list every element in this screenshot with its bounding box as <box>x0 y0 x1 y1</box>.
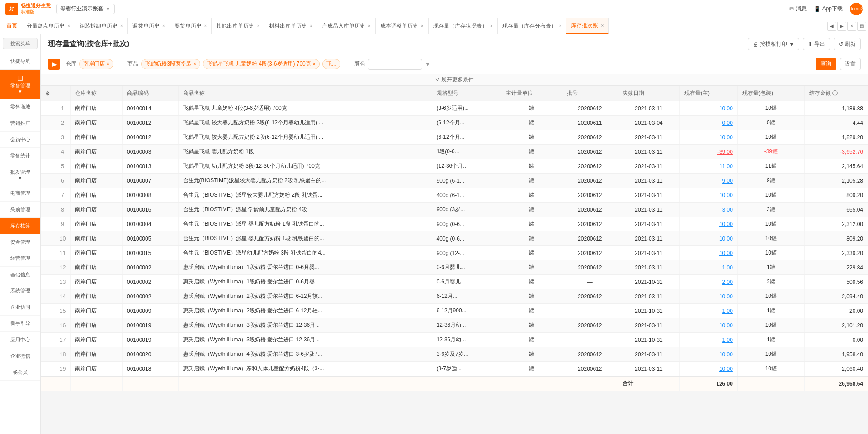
tab-fenliangpandian[interactable]: 分量盘点单历史 × <box>22 18 75 34</box>
settings-btn[interactable]: 设置 <box>840 58 861 70</box>
table-body: 1南岸门店00100014飞鹤星飞帆 儿童奶粉 4段(3-6岁适用) 700克(… <box>41 101 868 377</box>
tab-cailiao[interactable]: 材料出库单历史 × <box>264 18 317 34</box>
cell-stock-main[interactable]: 10.00 <box>680 289 738 304</box>
cell-balance: 1,829.20 <box>804 130 868 145</box>
cell-stock-main[interactable]: 10.00 <box>680 362 738 377</box>
cell-stock-main[interactable]: 10.00 <box>680 130 738 145</box>
print-btn[interactable]: 🖨 按模板打印 ▼ <box>748 38 799 50</box>
filter-remove-product2[interactable]: × <box>313 61 316 66</box>
tab-chengben[interactable]: 成本调整单历史 × <box>376 18 429 34</box>
tab-chengpin[interactable]: 产成品入库单历史 × <box>317 18 376 34</box>
color-input[interactable] <box>368 59 422 70</box>
filter-more-warehouse[interactable]: ... <box>116 60 122 68</box>
cell-stock-main[interactable]: 10.00 <box>680 231 738 246</box>
refresh-btn[interactable]: ↺ 刷新 <box>834 38 861 50</box>
sidebar-item-qiyeweixin[interactable]: 企业微信 <box>0 348 40 364</box>
sidebar-item-kucunhecha[interactable]: 库存核算 <box>0 218 40 234</box>
cell-stock-main[interactable]: 10.00 <box>680 246 738 260</box>
cell-expiry: 2021-03-11 <box>618 217 680 231</box>
close-icon[interactable]: × <box>67 24 70 28</box>
cell-checkbox <box>41 101 55 116</box>
close-icon[interactable]: × <box>368 24 371 28</box>
tab-xianzai1[interactable]: 现存量（库存状况表） × <box>429 18 498 34</box>
cell-stock-main[interactable]: 1.00 <box>680 304 738 318</box>
cell-rownum: 18 <box>55 347 71 362</box>
sidebar-item-lingshouchengpin[interactable]: 零售商城 <box>0 99 40 115</box>
filter-remove-product1[interactable]: × <box>193 61 196 66</box>
sidebar-icon-lingshoulguanli: ▤ <box>3 74 38 81</box>
query-actions: 查询 设置 <box>816 58 861 70</box>
cell-code: 00100013 <box>122 159 178 174</box>
close-icon[interactable]: × <box>162 24 165 28</box>
sidebar-item-yingyongzhongxin[interactable]: 应用中心 <box>0 332 40 348</box>
close-icon[interactable]: × <box>310 24 312 28</box>
sidebar-item-yingxiaotuguan[interactable]: 营销推广 <box>0 115 40 132</box>
cell-name: 惠氏启赋（Wyeth illuma）3段奶粉 爱尔兰进口 12-36月... <box>178 333 432 347</box>
cell-stock-main[interactable]: 2.00 <box>680 275 738 289</box>
close-icon[interactable]: × <box>257 24 259 28</box>
sidebar-item-xinyinyindao[interactable]: 新手引导 <box>0 316 40 332</box>
sidebar-item-caigouguan[interactable]: 采购管理 <box>0 202 40 218</box>
chevron-down-icon: ▼ <box>789 41 794 47</box>
cell-stock-main[interactable]: 10.00 <box>680 347 738 362</box>
close-icon[interactable]: × <box>120 24 123 28</box>
cell-stock-main[interactable]: 3.00 <box>680 203 738 217</box>
sidebar-item-lingshoulguanli[interactable]: ▤ 零售管理 ▼ <box>0 70 40 99</box>
tab-zuchaicha[interactable]: 组装拆卸单历史 × <box>75 18 128 34</box>
sidebar-item-xitongguanli[interactable]: 系统管理 <box>0 283 40 299</box>
sidebar-item-pifaguanli[interactable]: 批发管理 ▼ <box>0 164 40 185</box>
cell-stock-main[interactable]: 10.00 <box>680 318 738 333</box>
close-icon[interactable]: × <box>490 24 493 28</box>
sidebar-item-zijinguan[interactable]: 资金管理 <box>0 234 40 250</box>
table-container[interactable]: ⚙ 仓库名称 商品编码 商品名称 规格型号 主计量单位 批号 失效日期 现存量(… <box>41 86 868 434</box>
tab-xianzai2[interactable]: 现存量（库存分布表） × <box>498 18 567 34</box>
close-icon[interactable]: × <box>204 24 207 28</box>
filter-expand-btn[interactable]: ▶ <box>48 59 60 70</box>
cell-expiry: 2021-10-31 <box>618 333 680 347</box>
sidebar-item-lingshoutongji[interactable]: 零售统计 <box>0 148 40 164</box>
cell-stock-main[interactable]: 10.00 <box>680 188 738 203</box>
cell-stock-main[interactable]: -39.00 <box>680 145 738 159</box>
query-btn[interactable]: 查询 <box>816 58 836 70</box>
nav-close-btn[interactable]: × <box>847 22 856 31</box>
nav-more-btn[interactable]: ▤ <box>857 22 866 31</box>
tab-home[interactable]: 首页 <box>2 18 22 34</box>
message-btn[interactable]: ✉ 消息 <box>789 5 807 13</box>
cell-unit: 罐 <box>501 203 562 217</box>
tab-tiaopi[interactable]: 调拨单历史 × <box>128 18 170 34</box>
sidebar-item-changhui[interactable]: 畅会员 <box>0 364 40 381</box>
workspace-selector[interactable]: 母婴行业演示账套 ▼ <box>56 4 115 14</box>
cell-checkbox <box>41 188 55 203</box>
sidebar-item-qiyexietong[interactable]: 企业协同 <box>0 299 40 316</box>
cell-stock-main[interactable]: 10.00 <box>680 217 738 231</box>
filter-remove-warehouse[interactable]: × <box>107 61 109 66</box>
app-download-btn[interactable]: 📱 App下载 <box>814 5 843 13</box>
nav-next-btn[interactable]: ▶ <box>837 22 846 31</box>
nav-prev-btn[interactable]: ◀ <box>827 22 836 31</box>
quick-nav-button[interactable]: 快捷导航 <box>3 56 38 66</box>
user-area[interactable]: demo2 <box>850 3 863 15</box>
search-button[interactable]: 搜索英单 <box>3 38 38 49</box>
cell-stock-main[interactable]: 1.00 <box>680 260 738 275</box>
close-icon[interactable]: × <box>601 23 604 28</box>
sidebar-item-dianshangguan[interactable]: 电商管理 <box>0 185 40 202</box>
sidebar-item-jichuxinxi[interactable]: 基础信息 <box>0 267 40 283</box>
sidebar-item-jingyinguan[interactable]: 经营管理 <box>0 250 40 267</box>
expand-more-btn[interactable]: ∨ 展开更多条件 <box>435 76 473 84</box>
col-settings[interactable]: ⚙ <box>41 86 55 101</box>
filter-more-product[interactable]: ... <box>343 60 349 68</box>
cell-warehouse: 南岸门店 <box>71 231 123 246</box>
close-icon[interactable]: × <box>559 24 562 28</box>
tab-kupicici[interactable]: 库存批次账 × <box>566 18 609 34</box>
cell-stock-main[interactable]: 10.00 <box>680 101 738 116</box>
tab-qita[interactable]: 其他出库单历史 × <box>212 18 264 34</box>
cell-stock-main[interactable]: 11.00 <box>680 159 738 174</box>
cell-stock-main[interactable]: 0.00 <box>680 116 738 130</box>
close-icon[interactable]: × <box>421 24 424 28</box>
cell-stock-main[interactable]: 1.00 <box>680 333 738 347</box>
cell-stock-main[interactable]: 9.00 <box>680 174 738 188</box>
sidebar-item-huiyuanzhongxin[interactable]: 会员中心 <box>0 132 40 148</box>
tab-yaohuo[interactable]: 要货单历史 × <box>170 18 212 34</box>
cell-code: 00100012 <box>122 130 178 145</box>
export-btn[interactable]: ⬆ 导出 <box>803 38 830 50</box>
